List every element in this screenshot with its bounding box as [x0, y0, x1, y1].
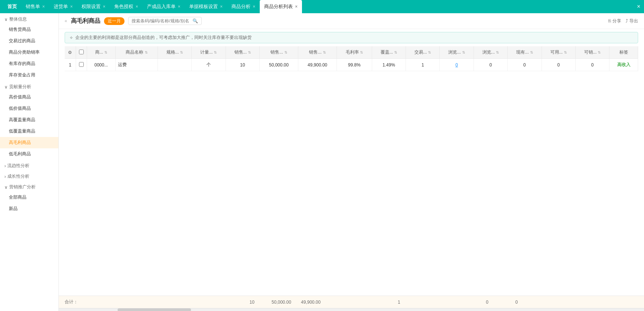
sort-icon-current-stock[interactable]: ⇅ [530, 50, 533, 54]
footer-current-stock: 0 [472, 300, 502, 305]
table-container[interactable]: ⚙ 商... ⇅ 商品名称 ⇅ [59, 46, 644, 296]
sort-icon-code[interactable]: ⇅ [104, 50, 107, 54]
export-icon: ⤴ [626, 18, 628, 23]
close-all-tabs-button[interactable]: × [637, 3, 640, 10]
sidebar-group-marketing[interactable]: ∨ 营销推广分析 [0, 181, 58, 192]
sidebar-item-high-margin-goods[interactable]: 高毛利商品 [0, 137, 58, 148]
row-browse1[interactable]: 0 [440, 59, 474, 71]
sort-icon-gross-margin[interactable]: ⇅ [360, 50, 363, 54]
col-browse1[interactable]: 浏览... ⇅ [440, 46, 474, 59]
row-sellable-stock: 0 [575, 59, 609, 71]
sidebar-item-high-value-goods[interactable]: 高价值商品 [0, 91, 58, 103]
sidebar-item-all-goods[interactable]: 全部商品 [0, 192, 58, 203]
chevron-right-icon-trend: › [4, 163, 6, 169]
tab-product-storage[interactable]: 产成品入库单 × [143, 0, 185, 13]
col-settings[interactable]: ⚙ [65, 46, 76, 59]
close-tab-product-storage[interactable]: × [178, 4, 180, 9]
close-tab-sales-order[interactable]: × [42, 4, 45, 9]
row-unit: 个 [192, 59, 226, 71]
footer-transaction: 1 [384, 300, 414, 305]
main-layout: ∨ 整体信息 销售货商品 交易过的商品 商品分类助销率 有库存的商品 库存资金占… [0, 13, 644, 311]
col-gross-margin[interactable]: 毛利率 ⇅ [337, 46, 372, 59]
search-icon[interactable]: 🔍 [193, 18, 198, 23]
scrollbar-thumb[interactable] [118, 308, 191, 311]
notice-icon: ✧ [69, 35, 73, 40]
sidebar-item-low-value-goods[interactable]: 低价值商品 [0, 103, 58, 114]
notice-text: 企业的主要的利润都是这部分商品创造的，可考虑加大推广，同时关注库存量不要出现缺货 [75, 35, 252, 41]
sidebar-item-new-goods[interactable]: 新品 [0, 203, 58, 214]
row-browse2: 0 [474, 59, 507, 71]
sidebar-item-low-margin-goods[interactable]: 低毛利商品 [0, 148, 58, 160]
sidebar-collapse-button[interactable]: « [65, 18, 67, 23]
col-sales-amount[interactable]: 销售... ⇅ [259, 46, 298, 59]
sort-icon-browse2[interactable]: ⇅ [496, 50, 499, 54]
tab-product-analysis-list[interactable]: 商品分析列表 × [260, 0, 302, 13]
close-tab-purchase[interactable]: × [70, 4, 73, 9]
select-all-checkbox[interactable] [79, 50, 84, 54]
export-button[interactable]: ⤴ 导出 [626, 18, 638, 24]
tab-permission-settings[interactable]: 权限设置 × [77, 0, 110, 13]
sidebar-item-high-coverage-goods[interactable]: 高覆盖量商品 [0, 114, 58, 126]
sort-icon-transaction[interactable]: ⇅ [428, 50, 431, 54]
tab-product-analysis[interactable]: 商品分析 × [227, 0, 260, 13]
row-sales-profit: 49,900.00 [298, 59, 337, 71]
notice-bar: ✧ 企业的主要的利润都是这部分商品创造的，可考虑加大推广，同时关注库存量不要出现… [65, 32, 638, 43]
tab-purchase-order[interactable]: 进货单 × [49, 0, 77, 13]
col-code[interactable]: 商... ⇅ [87, 46, 116, 59]
sort-icon-name[interactable]: ⇅ [145, 50, 148, 54]
row-select-checkbox[interactable] [79, 62, 84, 67]
row-sales-amount: 50,000.00 [259, 59, 298, 71]
col-browse2[interactable]: 浏览... ⇅ [474, 46, 507, 59]
col-checkbox[interactable] [76, 46, 87, 59]
col-transaction[interactable]: 交易... ⇅ [406, 46, 440, 59]
tab-home[interactable]: 首页 [3, 0, 21, 13]
sort-icon-browse1[interactable]: ⇅ [462, 50, 465, 54]
sidebar-item-sales-goods[interactable]: 销售货商品 [0, 24, 58, 35]
footer-spacer1 [101, 300, 237, 305]
col-sales-profit[interactable]: 销售... ⇅ [298, 46, 337, 59]
sort-icon-spec[interactable]: ⇅ [180, 50, 183, 54]
sidebar-group-contribution[interactable]: ∨ 贡献量分析 [0, 81, 58, 91]
close-tab-permission[interactable]: × [103, 4, 105, 9]
sort-icon-coverage[interactable]: ⇅ [394, 50, 397, 54]
sort-icon-sellable-stock[interactable]: ⇅ [598, 50, 601, 54]
col-sellable-stock[interactable]: 可销... ⇅ [575, 46, 609, 59]
settings-icon[interactable]: ⚙ [68, 50, 72, 55]
col-sales-qty[interactable]: 销售... ⇅ [226, 46, 259, 59]
tab-template-settings[interactable]: 单据模板设置 × [185, 0, 227, 13]
row-checkbox[interactable] [76, 59, 87, 71]
sidebar-item-inventory-capital[interactable]: 库存资金占用 [0, 69, 58, 81]
sort-icon-sales-qty[interactable]: ⇅ [248, 50, 251, 54]
col-current-stock[interactable]: 现有... ⇅ [508, 46, 542, 59]
sort-icon-unit[interactable]: ⇅ [214, 50, 217, 54]
col-tag[interactable]: 标签 [609, 46, 638, 59]
footer-spacer4 [414, 300, 443, 305]
sort-icon-available-stock[interactable]: ⇅ [564, 50, 567, 54]
sidebar-item-in-stock-goods[interactable]: 有库存的商品 [0, 58, 58, 69]
filter-period-button[interactable]: 近一月 [104, 17, 125, 25]
table-footer: 合计： 10 50,000.00 49,900.00 1 0 0 [59, 296, 644, 308]
col-unit[interactable]: 计量... ⇅ [192, 46, 226, 59]
sidebar-group-trend[interactable]: › 流趋性分析 [0, 160, 58, 170]
sidebar-item-low-coverage-goods[interactable]: 低覆盖量商品 [0, 126, 58, 137]
close-tab-product-analysis-list[interactable]: × [295, 4, 298, 9]
tab-role-auth[interactable]: 角色授权 × [110, 0, 143, 13]
footer-sales-amount: 50,000.00 [267, 300, 296, 305]
sidebar-group-overall[interactable]: ∨ 整体信息 [0, 13, 58, 24]
col-available-stock[interactable]: 可用... ⇅ [542, 46, 575, 59]
sidebar-group-growth[interactable]: › 成长性分析 [0, 170, 58, 181]
col-name[interactable]: 商品名称 ⇅ [116, 46, 158, 59]
close-tab-template[interactable]: × [220, 4, 223, 9]
col-coverage[interactable]: 覆盖... ⇅ [372, 46, 406, 59]
tab-sales-order[interactable]: 销售单 × [21, 0, 49, 13]
close-tab-product-analysis[interactable]: × [253, 4, 255, 9]
search-input[interactable] [132, 18, 190, 23]
sort-icon-sales-amount[interactable]: ⇅ [284, 50, 287, 54]
sidebar-item-traded-goods[interactable]: 交易过的商品 [0, 35, 58, 47]
sidebar-item-category-rate[interactable]: 商品分类助销率 [0, 47, 58, 58]
share-button[interactable]: ⎘ 分享 [608, 18, 621, 24]
horizontal-scrollbar[interactable] [59, 308, 644, 311]
col-spec[interactable]: 规格... ⇅ [158, 46, 191, 59]
close-tab-role-auth[interactable]: × [136, 4, 138, 9]
sort-icon-sales-profit[interactable]: ⇅ [323, 50, 326, 54]
